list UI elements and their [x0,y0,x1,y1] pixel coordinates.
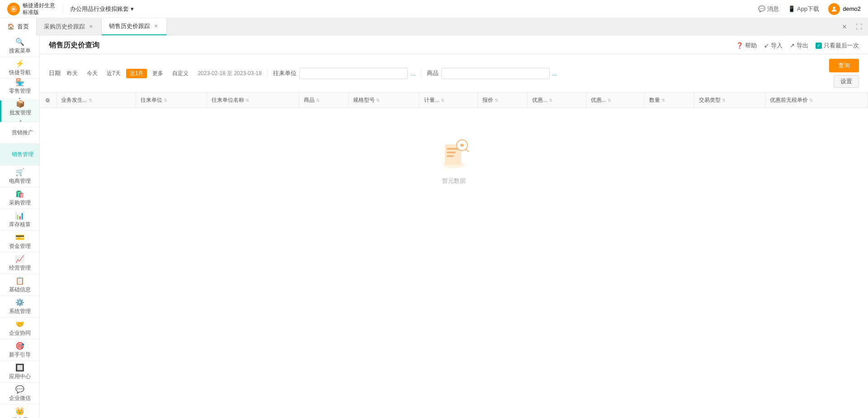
tab-home[interactable]: 🏠 首页 [0,18,37,35]
sidebar-item-purchase-mgmt[interactable]: 🛍️ 采购管理 [0,187,39,209]
sidebar-item-inventory[interactable]: 📊 库存核算 [0,209,39,231]
import-icon: ↙ [764,42,769,49]
table-col-trade-type[interactable]: 交易类型 ⇅ [694,93,765,108]
sort-icon: ⇅ [376,98,380,103]
main-layout: 🔍 搜索菜单 ⚡ 快捷导航 🏪 零售管理 ▾ 📦 批发管理 ▴ 营销推广 销售管… [0,35,868,418]
query-button[interactable]: 查询 [829,59,859,72]
tab-maximize-button[interactable]: ⛶ [854,21,864,32]
partner-dots[interactable]: ... [410,70,415,77]
crown-icon: 👑 [15,407,24,415]
filter-bar: 日期 昨天 今天 近7天 近1月 更多 自定义 2023-02-18 至 202… [40,54,868,93]
table-header-row: ⚙ 业务发生... ⇅ 往来单位 [40,93,868,108]
sidebar-item-sales-promotion[interactable]: 营销推广 [0,122,39,144]
top-bar: 畅捷通好生意 标准版 办公用品行业模拟账套 ▾ 💬 消息 📱 App下载 dem… [0,0,868,18]
table-col-biz-date[interactable]: 业务发生... ⇅ [56,93,136,108]
table-col-spec[interactable]: 规格型号 ⇅ [349,93,420,108]
top-bar-right: 💬 消息 📱 App下载 demo2 [758,3,861,15]
handshake-icon: 🤝 [15,320,24,328]
sort-icon: ⇅ [89,98,92,103]
date-tab-today[interactable]: 今天 [83,69,101,78]
sidebar-item-basic-info[interactable]: 📋 基础信息 [0,274,39,296]
partner-input[interactable] [299,68,408,79]
box-icon: 📦 [16,100,25,108]
date-tab-last1month[interactable]: 近1月 [126,69,147,78]
date-tabs: 昨天 今天 近7天 近1月 更多 自定义 [63,69,192,78]
tab-purchase-history-close[interactable]: ✕ [88,24,94,30]
svg-point-1 [833,6,835,9]
sidebar-item-enterprise-wechat[interactable]: 💬 企业微信 [0,383,39,404]
table-col-pre-tax-price[interactable]: 优惠前无税单价 ⇅ [765,93,868,108]
table-col-quantity[interactable]: 数量 ⇅ [645,93,694,108]
home-icon: 🏠 [7,23,14,30]
sidebar-item-enterprise-collab[interactable]: 🤝 企业协同 [0,318,39,339]
search-icon: 🔍 [15,38,24,46]
table-wrapper: ⚙ 业务发生... ⇅ 往来单位 [40,93,868,418]
message-icon: 💬 [758,5,765,12]
table-col-gear[interactable]: ⚙ [40,93,56,108]
sidebar-item-finance-mgmt[interactable]: 💳 资金管理 [0,231,39,252]
svg-line-8 [466,149,468,152]
tab-close-all-button[interactable]: ✕ [839,21,850,32]
table-col-unit[interactable]: 计量... ⇅ [420,93,478,108]
tab-bar-right: ✕ ⛶ [839,21,868,32]
list-icon: 📋 [15,276,24,285]
tab-sales-history-close[interactable]: ✕ [153,23,159,29]
app-download-action[interactable]: 📱 App下载 [788,5,819,13]
table-col-discount1[interactable]: 优惠... ⇅ [528,93,586,108]
date-tab-more[interactable]: 更多 [149,69,167,78]
table-col-product[interactable]: 商品 ⇅ [299,93,349,108]
filter-divider-2 [421,69,421,78]
only-last-checkbox[interactable]: 只看最后一次 [816,42,859,50]
sort-icon: ⇅ [549,98,552,103]
sidebar-item-retail-mgmt[interactable]: 🏪 零售管理 ▾ [0,79,39,100]
user-area[interactable]: demo2 [828,3,861,15]
sidebar-item-new-guide[interactable]: 🎯 新手引导 [0,339,39,361]
date-filter-group: 日期 昨天 今天 近7天 近1月 更多 自定义 [49,69,192,78]
date-tab-last7days[interactable]: 近7天 [103,69,124,78]
sidebar-item-operation-mgmt[interactable]: 📈 经营管理 [0,252,39,274]
table-col-partner-code[interactable]: 往来单位 ⇅ [136,93,207,108]
sidebar-item-wholesale-mgmt[interactable]: 📦 批发管理 ▴ [0,100,39,122]
sidebar-item-ecommerce-mgmt[interactable]: 🛒 电商管理 [0,166,39,187]
account-selector[interactable]: 办公用品行业模拟账套 ▾ [70,5,134,13]
table-gear-icon: ⚙ [45,97,50,104]
sort-icon: ⇅ [164,98,167,103]
page-title: 销售历史价查询 [49,41,99,50]
wechat-icon: 💬 [15,385,24,394]
date-tab-yesterday[interactable]: 昨天 [63,69,81,78]
help-icon: ❓ [736,42,743,49]
logo-text: 畅捷通好生意 标准版 [23,2,55,15]
table-col-partner-name[interactable]: 往来单位名称 ⇅ [207,93,299,108]
target-icon: 🎯 [15,342,24,350]
tab-sales-history[interactable]: 销售历史价跟踪 ✕ [102,18,167,35]
export-icon: ↗ [790,42,795,49]
sidebar-item-search-menu[interactable]: 🔍 搜索菜单 [0,35,39,57]
date-label: 日期 [49,69,61,77]
partner-filter-group: 往来单位 ... [273,68,415,79]
logo-area: 畅捷通好生意 标准版 [7,2,55,15]
message-action[interactable]: 💬 消息 [758,5,779,13]
export-button[interactable]: ↗ 导出 [790,42,808,50]
sidebar-item-app-center[interactable]: 🔲 应用中心 [0,361,39,383]
sidebar-item-member[interactable]: 👑 畅会员 [0,404,39,418]
product-dots[interactable]: ... [552,70,557,77]
product-label: 商品 [427,69,439,77]
page-header: 销售历史价查询 ❓ 帮助 ↙ 导入 ↗ 导出 [40,35,868,54]
data-table: ⚙ 业务发生... ⇅ 往来单位 [40,93,868,108]
help-button[interactable]: ❓ 帮助 [736,42,757,50]
table-col-quote[interactable]: 报价 ⇅ [478,93,528,108]
sidebar-item-quick-nav[interactable]: ⚡ 快捷导航 [0,57,39,79]
divider [62,5,63,14]
settings-button[interactable]: 设置 [834,75,859,88]
user-name: demo2 [843,5,861,12]
sidebar-item-system-mgmt[interactable]: ⚙️ 系统管理 [0,296,39,318]
date-range-display: 2023-02-18 至 2023-03-18 [198,70,261,77]
table-col-discount2[interactable]: 优惠... ⇅ [586,93,644,108]
sidebar-item-sales-mgmt[interactable]: 销售管理 [0,144,39,166]
phone-icon: 📱 [788,5,795,12]
lightning-icon: ⚡ [15,59,24,68]
import-button[interactable]: ↙ 导入 [764,42,783,50]
date-tab-custom[interactable]: 自定义 [169,69,192,78]
product-input[interactable] [441,68,550,79]
tab-purchase-history[interactable]: 采购历史价跟踪 ✕ [37,18,102,35]
